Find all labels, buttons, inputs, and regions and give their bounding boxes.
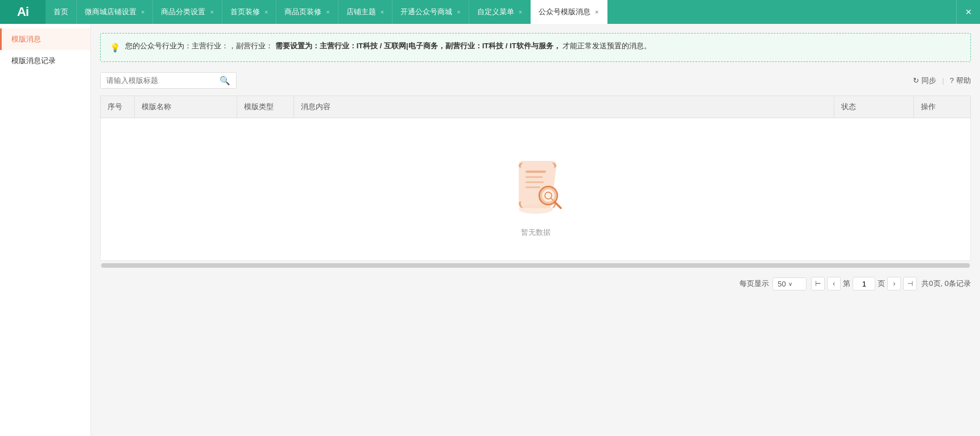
notice-banner: 💡 您的公众号行业为：主营行业：，副营行业： 需要设置为：主营行业：IT科技 /… [100,33,971,62]
nav-tab-3[interactable]: 首页装修× [222,0,276,24]
svg-rect-2 [526,176,543,178]
horizontal-scrollbar[interactable] [100,263,971,268]
table-header-2: 模版类型 [237,96,294,118]
top-nav: Ai 首页微商城店铺设置×商品分类设置×首页装修×商品页装修×店铺主题×开通公众… [0,0,980,24]
svg-rect-1 [526,171,546,173]
tab-close-3[interactable]: × [264,9,268,15]
main-layout: 模版消息模版消息记录 💡 您的公众号行业为：主营行业：，副营行业： 需要设置为：… [0,24,980,436]
nav-tab-0[interactable]: 首页 [46,0,77,24]
scrollbar-thumb[interactable] [101,263,970,268]
data-table: 序号模版名称模版类型消息内容状态操作 [100,95,971,261]
notice-text: 您的公众号行业为：主营行业：，副营行业： 需要设置为：主营行业：IT科技 / 互… [125,40,651,52]
chevron-down-icon: ∨ [788,281,792,287]
close-all-button[interactable]: ✕ [956,0,980,24]
divider: | [942,76,944,85]
pagination-bar: 每页显示 50 ∨ ⊢ ‹ 第 页 › ⊣ 共0页, 0条记录 [100,270,971,293]
nav-tabs: 首页微商城店铺设置×商品分类设置×首页装修×商品页装修×店铺主题×开通公众号商城… [46,0,956,24]
sync-icon: ↻ [913,76,919,85]
tab-close-8[interactable]: × [595,9,598,15]
table-header-5: 操作 [914,96,971,118]
content-area: 💡 您的公众号行业为：主营行业：，副营行业： 需要设置为：主营行业：IT科技 /… [91,24,980,436]
sync-button[interactable]: ↻ 同步 [913,76,936,86]
page-summary: 共0页, 0条记录 [921,279,971,289]
sidebar-item-1[interactable]: 模版消息记录 [0,50,90,72]
first-page-button[interactable]: ⊢ [811,277,825,290]
empty-state: 暂无数据 [101,118,970,260]
nav-tab-5[interactable]: 店铺主题× [338,0,392,24]
nav-tab-4[interactable]: 商品页装修× [276,0,338,24]
tab-close-1[interactable]: × [141,9,144,15]
tab-close-2[interactable]: × [210,9,213,15]
tab-close-7[interactable]: × [519,9,522,15]
table-header-0: 序号 [101,96,135,118]
sidebar-item-0[interactable]: 模版消息 [0,28,90,50]
search-button[interactable]: 🔍 [214,76,236,86]
per-page-select: 每页显示 50 ∨ [739,277,807,290]
svg-rect-3 [526,181,544,183]
table-header-1: 模版名称 [135,96,237,118]
prev-page-button[interactable]: ‹ [827,277,841,290]
empty-row: 暂无数据 [101,118,971,261]
nav-tab-1[interactable]: 微商城店铺设置× [77,0,153,24]
empty-text: 暂无数据 [521,227,551,238]
tab-close-4[interactable]: × [326,9,329,15]
help-button[interactable]: ? 帮助 [950,76,971,86]
per-page-dropdown[interactable]: 50 ∨ [772,277,807,290]
next-page-button[interactable]: › [887,277,901,290]
table-header-3: 消息内容 [294,96,834,118]
page-input[interactable] [853,277,875,290]
last-page-button[interactable]: ⊣ [903,277,917,290]
tab-close-6[interactable]: × [457,9,460,15]
search-actions: ↻ 同步 | ? 帮助 [913,76,971,86]
sidebar: 模版消息模版消息记录 [0,24,91,436]
nav-tab-2[interactable]: 商品分类设置× [153,0,222,24]
bulb-icon: 💡 [110,41,121,55]
table-header-row: 序号模版名称模版类型消息内容状态操作 [101,96,971,118]
page-nav: ⊢ ‹ 第 页 › ⊣ [811,277,917,290]
search-input-wrap: 🔍 [100,72,237,89]
nav-tab-7[interactable]: 自定义菜单× [469,0,531,24]
empty-illustration [502,152,570,221]
search-bar: 🔍 ↻ 同步 | ? 帮助 [100,72,971,89]
tab-close-5[interactable]: × [381,9,384,15]
nav-tab-6[interactable]: 开通公众号商城× [392,0,469,24]
svg-rect-4 [526,186,540,188]
table-header-4: 状态 [834,96,914,118]
search-input[interactable] [101,73,214,88]
logo: Ai [0,0,46,24]
nav-tab-8[interactable]: 公众号模版消息× [531,0,607,24]
help-icon: ? [950,76,954,85]
